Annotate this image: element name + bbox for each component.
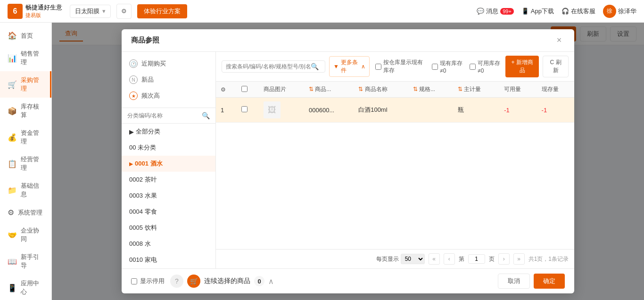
sales-icon: 📊 — [8, 54, 17, 63]
system-icon: ⚙ — [8, 208, 14, 217]
last-page-button[interactable]: » — [513, 253, 525, 265]
quick-nav-frequent[interactable]: ★ 频次高 — [122, 88, 215, 104]
help-button[interactable]: ? — [170, 275, 183, 288]
checkbox-available-neq0[interactable]: 可用库存≠0 — [470, 59, 502, 74]
per-page-select[interactable]: 50 100 200 — [401, 254, 425, 264]
modal-close-button[interactable]: × — [553, 35, 565, 46]
modal-header: 商品参照 × — [122, 29, 574, 52]
sidebar-item-finance[interactable]: 💰 资金管理 — [0, 124, 51, 150]
sidebar-item-sales[interactable]: 📊 销售管理 — [0, 45, 51, 71]
message-nav-item[interactable]: 💬 消息 99+ — [477, 7, 514, 16]
th-spec[interactable]: ⇅ 规格... — [408, 82, 453, 98]
online-service-nav-item[interactable]: 🎧 在线客服 — [561, 7, 595, 16]
trial-button[interactable]: 体验行业方案 — [137, 4, 187, 18]
refresh-button[interactable]: C 刷新 — [543, 56, 569, 77]
sidebar-item-system[interactable]: ⚙ 系统管理 — [0, 203, 51, 222]
settings-button[interactable]: ⚙ — [116, 4, 132, 19]
next-page-button[interactable]: › — [498, 253, 510, 265]
td-available: -1 — [499, 98, 537, 123]
checkbox-warehouse[interactable]: 按仓库显示现有库存 — [375, 58, 427, 75]
quick-nav-new[interactable]: N 新品 — [122, 72, 215, 88]
sidebar-item-basic-info[interactable]: 📁 基础信息 — [0, 177, 51, 203]
show-disabled-label: 显示停用 — [140, 277, 165, 285]
page-number-input[interactable] — [468, 254, 485, 264]
category-item-0008[interactable]: 0008 水 — [122, 236, 215, 252]
footer-icons: ? 🛒 连续选择的商品 0 ∧ — [170, 275, 274, 288]
th-name[interactable]: ⇅ 商品名称 — [354, 82, 408, 98]
category-item-all[interactable]: ▶ 全部分类 — [122, 124, 215, 140]
footer-left: 显示停用 — [131, 277, 165, 285]
app-download-nav-item[interactable]: 📱 App下载 — [521, 7, 554, 16]
sidebar-item-guide[interactable]: 📖 新手引导 — [0, 248, 51, 275]
cart-icon: 🛒 — [190, 277, 198, 285]
toolbar-right: + 新增商品 C 刷新 — [505, 56, 569, 77]
star-icon: ★ — [129, 92, 138, 100]
modal-body: 🕐 近期购买 N 新品 ★ 频次高 — [122, 52, 574, 268]
modal-title: 商品参照 — [131, 36, 159, 45]
category-item-0002[interactable]: 0002 茶叶 — [122, 172, 215, 188]
cart-button[interactable]: 🛒 — [187, 275, 200, 288]
checkbox-warehouse-input[interactable] — [375, 64, 381, 70]
first-page-button[interactable]: « — [429, 253, 440, 265]
category-search-icon[interactable]: 🔍 — [202, 112, 210, 119]
sidebar-item-operations[interactable]: 📋 经营管理 — [0, 150, 51, 177]
product-image: 🖼 — [264, 101, 281, 118]
sidebar-item-enterprise[interactable]: 🤝 企业协同 — [0, 222, 51, 248]
table-row[interactable]: 1 🖼 — [216, 98, 574, 123]
quick-nav-label: 频次高 — [141, 92, 160, 100]
td-checkbox — [237, 98, 259, 123]
th-code[interactable]: ⇅ 商品... — [304, 82, 354, 98]
sidebar-item-label: 企业协同 — [21, 226, 44, 243]
message-badge: 99+ — [500, 8, 514, 15]
page-label: 第 — [459, 255, 464, 263]
new-icon: N — [129, 75, 138, 84]
sidebar-item-label: 销售管理 — [21, 50, 44, 67]
row-checkbox[interactable] — [241, 106, 248, 112]
username-label: 徐泽华 — [618, 7, 636, 16]
table-header-row: ⚙ 商品图片 — [216, 82, 574, 98]
show-disabled-input[interactable] — [131, 278, 137, 284]
prev-page-button[interactable]: ‹ — [444, 253, 455, 265]
inventory-icon: 📦 — [8, 107, 17, 116]
add-product-button[interactable]: + 新增商品 — [505, 56, 539, 77]
operations-icon: 📋 — [8, 159, 17, 168]
filter-button[interactable]: ▼ 更多条件 ∧ — [329, 56, 370, 77]
user-nav-item[interactable]: 徐 徐泽华 — [603, 5, 636, 18]
category-item-0001[interactable]: ▶ 0001 酒水 — [122, 156, 215, 172]
page-suffix: 页 — [489, 255, 495, 263]
product-reference-modal: 商品参照 × 🕐 近期购买 N — [122, 29, 574, 293]
sidebar-item-label: 资金管理 — [21, 129, 44, 146]
select-all-checkbox[interactable] — [241, 86, 248, 92]
page-size-selector: 每页显示 50 100 200 — [376, 254, 425, 264]
category-item-0003[interactable]: 0003 水果 — [122, 188, 215, 204]
footer-collapse-icon[interactable]: ∧ — [268, 277, 274, 286]
store-selector[interactable]: 日太阳膜 ▾ — [70, 5, 111, 18]
th-unit[interactable]: ⇅ 主计量 — [453, 82, 499, 98]
logo-area: 6 畅捷通好生意 捷易版 — [8, 3, 62, 19]
category-item-0010[interactable]: 0010 家电 — [122, 252, 215, 268]
cancel-button[interactable]: 取消 — [498, 274, 530, 289]
sidebar-item-label: 应用中心 — [21, 279, 44, 296]
category-item-00[interactable]: 00 未分类 — [122, 140, 215, 156]
sidebar-item-label: 新手引导 — [21, 253, 44, 270]
modal-left-panel: 🕐 近期购买 N 新品 ★ 频次高 — [122, 52, 216, 268]
show-disabled-checkbox[interactable]: 显示停用 — [131, 277, 165, 285]
sidebar-item-app-center[interactable]: 📱 应用中心 — [0, 275, 51, 300]
sidebar-item-purchase[interactable]: 🛒 采购管理 — [0, 71, 51, 98]
settings-icon[interactable]: ⚙ — [221, 86, 226, 93]
confirm-button[interactable]: 确定 — [534, 274, 565, 289]
category-item-0005[interactable]: 0005 饮料 — [122, 220, 215, 236]
category-search-input[interactable] — [127, 112, 202, 119]
category-list: ▶ 全部分类 00 未分类 ▶ 0001 酒水 0002 茶 — [122, 124, 215, 268]
checkbox-stock-neq0[interactable]: 现有库存≠0 — [432, 59, 464, 74]
checkbox-stock-neq0-input[interactable] — [432, 64, 438, 70]
sidebar-item-home[interactable]: 🏠 首页 — [0, 26, 51, 45]
product-search-icon[interactable]: 🔍 — [311, 63, 319, 70]
checkbox-available-neq0-input[interactable] — [470, 64, 476, 70]
purchase-icon: 🛒 — [8, 80, 17, 89]
category-item-0004[interactable]: 0004 零食 — [122, 204, 215, 220]
product-search-input[interactable] — [226, 63, 311, 70]
quick-nav-recent[interactable]: 🕐 近期购买 — [122, 56, 215, 72]
sidebar-item-inventory[interactable]: 📦 库存核算 — [0, 98, 51, 124]
td-stock: -1 — [537, 98, 574, 123]
